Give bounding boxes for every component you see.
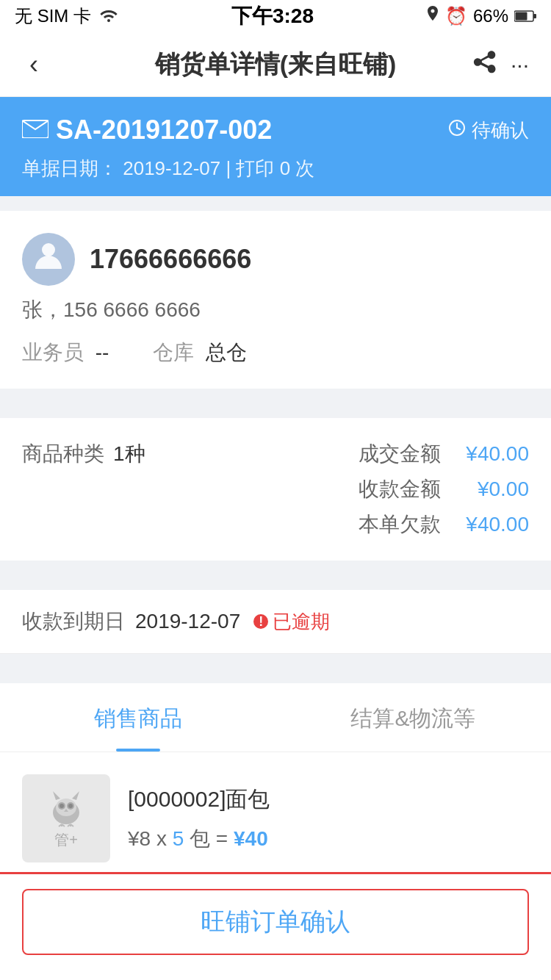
- alarm-icon: ⏰: [445, 6, 467, 26]
- amounts: 成交金额 ¥40.00 收款金额 ¥0.00 本单欠款 ¥40.00: [359, 440, 529, 538]
- product-item: 管+ [0000002]面包 ¥8 x 5 包 = ¥40: [0, 752, 551, 884]
- avatar: [22, 233, 75, 286]
- more-icon[interactable]: ···: [511, 52, 529, 77]
- svg-point-7: [42, 243, 55, 256]
- summary-section: 商品种类 1种 成交金额 ¥40.00 收款金额 ¥0.00 本单欠款 ¥40.…: [0, 418, 551, 561]
- sim-status: 无 SIM 卡: [15, 4, 91, 28]
- divider-1: [0, 389, 551, 403]
- svg-line-6: [457, 128, 460, 129]
- due-section: 收款到期日 2019-12-07 ! 已逾期: [0, 590, 551, 654]
- bottom-bar: 旺铺订单确认: [0, 872, 551, 980]
- overdue-text: 已逾期: [273, 609, 330, 635]
- person-icon: [32, 239, 65, 279]
- confirm-order-button[interactable]: 旺铺订单确认: [22, 889, 529, 955]
- svg-marker-9: [53, 791, 60, 800]
- product-thumbnail: 管+: [22, 774, 110, 862]
- customer-phone: 17666666666: [90, 244, 251, 275]
- tabs-header: 销售商品 结算&物流等: [0, 683, 551, 752]
- svg-rect-1: [533, 14, 536, 18]
- sales-meta: 业务员 --: [22, 339, 109, 367]
- tabs-section: 销售商品 结算&物流等: [0, 683, 551, 884]
- battery-level: 66%: [473, 6, 508, 26]
- battery-icon: [514, 6, 536, 26]
- customer-meta: 业务员 -- 仓库 总仓: [22, 339, 529, 367]
- order-date: 单据日期： 2019-12-07 | 打印 0 次: [22, 156, 529, 181]
- status-bar-time: 下午3:28: [231, 2, 314, 30]
- status-bar: 无 SIM 卡 下午3:28 ⏰ 66%: [0, 0, 551, 32]
- tab-products[interactable]: 销售商品: [0, 683, 276, 752]
- overdue-badge: ! 已逾期: [253, 609, 330, 635]
- clock-icon: [448, 119, 466, 142]
- order-icon: [22, 117, 48, 144]
- page-title: 销货单详情(来自旺铺): [155, 48, 397, 82]
- product-price: ¥8 x 5 包 = ¥40: [128, 825, 529, 853]
- svg-point-15: [68, 804, 73, 808]
- product-count: 商品种类 1种: [22, 440, 145, 468]
- nav-actions: ···: [472, 50, 529, 79]
- svg-rect-2: [515, 12, 527, 21]
- back-button[interactable]: ‹: [22, 42, 46, 87]
- amount-owed: 本单欠款 ¥40.00: [359, 511, 529, 538]
- warehouse-meta: 仓库 总仓: [153, 339, 247, 367]
- product-name: [0000002]面包: [128, 785, 529, 815]
- overdue-dot-icon: !: [253, 614, 268, 629]
- location-icon: [426, 6, 439, 26]
- divider-2: [0, 561, 551, 575]
- svg-point-14: [60, 804, 64, 808]
- wifi-icon: [98, 6, 119, 26]
- amount-deal: 成交金额 ¥40.00: [359, 440, 529, 468]
- customer-name: 张，156 6666 6666: [22, 296, 529, 324]
- product-info: [0000002]面包 ¥8 x 5 包 = ¥40: [128, 785, 529, 853]
- order-id: SA-20191207-002: [22, 115, 272, 145]
- tab-settlement[interactable]: 结算&物流等: [276, 683, 551, 752]
- amount-received: 收款金额 ¥0.00: [359, 475, 529, 503]
- order-header: SA-20191207-002 待确认 单据日期： 2019-12-07 | 打…: [0, 97, 551, 196]
- status-bar-right: ⏰ 66%: [426, 6, 536, 26]
- customer-section: 17666666666 张，156 6666 6666 业务员 -- 仓库 总仓: [0, 211, 551, 389]
- status-bar-left: 无 SIM 卡: [15, 4, 119, 28]
- divider-3: [0, 654, 551, 669]
- status-badge: 待确认: [448, 118, 529, 143]
- svg-marker-10: [72, 791, 79, 800]
- owl-icon: [44, 787, 88, 833]
- share-icon[interactable]: [472, 50, 496, 79]
- nav-bar: ‹ 销货单详情(来自旺铺) ···: [0, 32, 551, 97]
- logo-plus: 管+: [54, 830, 78, 850]
